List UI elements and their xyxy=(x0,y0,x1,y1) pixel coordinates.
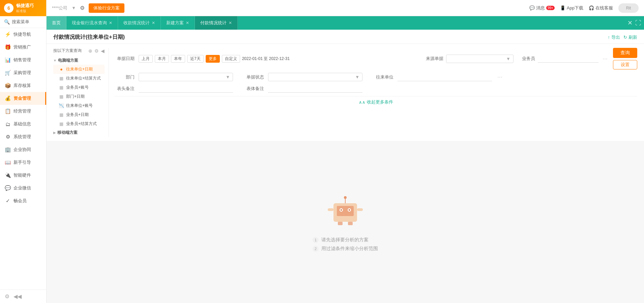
search-menu[interactable]: 🔍 搜索菜单 xyxy=(0,16,46,28)
new-scheme-tab-close-icon[interactable]: ✕ xyxy=(186,21,189,25)
online-service-btn[interactable]: 🎧 在线客服 xyxy=(589,5,613,11)
date-btn-custom[interactable]: 自定义 xyxy=(222,55,240,63)
scheme-item-unit-settle[interactable]: ▦ 往来单位+结算方式 xyxy=(53,74,105,83)
sales-icon: 📊 xyxy=(5,57,11,63)
member-icon: ✓ xyxy=(5,198,11,204)
doc-status-select[interactable]: ▼ xyxy=(268,73,362,81)
scheme-item-label: 业务员+结算方式 xyxy=(66,121,97,127)
scheme-item-dept-date[interactable]: ▦ 部门+日期 xyxy=(53,92,105,101)
app-download-btn[interactable]: 📱 App下载 xyxy=(560,5,583,11)
sidebar-item-member[interactable]: ✓ 畅会员 xyxy=(0,194,46,207)
msg-num-1: 1 xyxy=(313,237,319,243)
sidebar-item-fund[interactable]: 💰 资金管理 xyxy=(0,92,46,105)
sidebar-item-inventory[interactable]: 📦 库存核算 xyxy=(0,79,46,92)
payments-tab-close-icon[interactable]: ✕ xyxy=(229,21,232,25)
table-body-label: 表体备注 xyxy=(244,86,264,92)
collapse-sidebar-icon[interactable]: ◀◀ xyxy=(13,293,22,300)
filter-form: 单据日期 上月 本月 本年 近7天 更多 自定义 2022-01-01 至 20… xyxy=(114,48,637,137)
dropdown-arrow-icon[interactable]: ▼ xyxy=(71,5,76,10)
scheme-item-label: 业务员+账号 xyxy=(66,85,89,90)
collapse-label: 收起更多条件 xyxy=(367,99,393,105)
tabs-right: ✕ ⛶ xyxy=(627,19,644,27)
empty-messages: 1 请先选择要分析的方案 2 用过滤条件来缩小分析范围 xyxy=(313,237,378,254)
basic-icon: 🗂 xyxy=(5,121,11,127)
tab-new-scheme[interactable]: 新建方案 ✕ xyxy=(161,16,195,30)
unit-settle-icon: ▦ xyxy=(59,76,64,81)
sidebar-item-basic[interactable]: 🗂 基础信息 xyxy=(0,118,46,130)
notification-btn[interactable]: 💬 消息 99+ xyxy=(529,5,555,11)
staff-account-icon: ▦ xyxy=(59,85,64,90)
tab-bank[interactable]: 现金银行流水查询 ✕ xyxy=(66,16,118,30)
sidebar-item-system[interactable]: ⚙ 系统管理 xyxy=(0,130,46,143)
setting-btn[interactable]: 设置 xyxy=(613,60,637,69)
filter-row-dept: 部门 ▼ 单据状态 ▼ 往来单位 ··· xyxy=(114,73,637,81)
topbar-gear-icon[interactable]: ⚙ xyxy=(80,5,85,11)
tab-receipts[interactable]: 收款情况统计 ✕ xyxy=(118,16,161,30)
scheme-item-staff-account[interactable]: ▦ 业务员+账号 xyxy=(53,83,105,92)
scheme-item-staff-date[interactable]: ▦ 业务员+日期 xyxy=(53,110,105,119)
tab-home[interactable]: 首页 xyxy=(47,16,66,30)
table-header-input[interactable] xyxy=(139,85,233,93)
headset-icon: 🎧 xyxy=(589,5,594,10)
partner-input[interactable] xyxy=(398,73,492,81)
sidebar-item-weixin[interactable]: 💬 企业微信 xyxy=(0,182,46,194)
date-btn-this-year[interactable]: 本年 xyxy=(171,55,185,63)
partner-dots-icon[interactable]: ··· xyxy=(497,73,502,81)
source-select[interactable]: ▼ xyxy=(446,55,514,63)
sidebar-item-corp[interactable]: 🏢 企业协同 xyxy=(0,143,46,156)
dept-select[interactable]: ▼ xyxy=(139,73,233,81)
avatar[interactable]: Rit xyxy=(618,3,639,13)
filter-row-date: 单据日期 上月 本月 本年 近7天 更多 自定义 2022-01-01 至 20… xyxy=(114,48,637,69)
partner-label: 往来单位 xyxy=(373,74,393,80)
company-name: ****公司 xyxy=(52,5,67,11)
staff-dots-icon[interactable]: ··· xyxy=(603,55,608,62)
scheme-setting-icon[interactable]: ⚙ xyxy=(94,48,99,54)
unit-date-icon: ● xyxy=(59,67,64,72)
date-btn-last-month[interactable]: 上月 xyxy=(139,55,153,63)
tab-expand-icon[interactable]: ⛶ xyxy=(635,20,641,27)
date-btn-7days[interactable]: 近7天 xyxy=(187,55,204,63)
scheme-item-unit-date[interactable]: ● 往来单位+日期 xyxy=(53,65,105,74)
collapse-btn[interactable]: ∧∧ 收起更多条件 xyxy=(114,96,637,108)
sidebar-item-sales[interactable]: 📊 销售管理 xyxy=(0,54,46,66)
desktop-category-label: 电脑端方案 xyxy=(58,58,78,63)
doc-status-arrow-icon: ▼ xyxy=(355,74,359,80)
sidebar-item-label: 企业协同 xyxy=(13,147,31,153)
refresh-btn[interactable]: ↻ 刷新 xyxy=(623,34,637,40)
sidebar-item-label: 营销推广 xyxy=(13,44,31,50)
export-btn[interactable]: ↑ 导出 xyxy=(608,34,620,40)
sidebar-item-quick-nav[interactable]: ⚡ 快捷导航 xyxy=(0,28,46,41)
sidebar-item-operations[interactable]: 📋 经营管理 xyxy=(0,105,46,118)
mobile-category[interactable]: ▶ 移动端方案 xyxy=(53,128,105,137)
staff-settle-icon: ▦ xyxy=(59,121,64,126)
trial-btn[interactable]: 体验行业方案 xyxy=(89,3,124,13)
scheme-item-staff-settle[interactable]: ▦ 业务员+结算方式 xyxy=(53,119,105,128)
tab-payments[interactable]: 付款情况统计 ✕ xyxy=(195,16,238,30)
bank-tab-close-icon[interactable]: ✕ xyxy=(109,21,112,25)
sidebar-item-hardware[interactable]: 🔌 智能硬件 xyxy=(0,169,46,182)
scheme-collapse-icon[interactable]: ◀ xyxy=(101,48,105,54)
sidebar-item-label: 基础信息 xyxy=(13,121,31,127)
desktop-category[interactable]: ▼ 电脑端方案 xyxy=(53,56,105,65)
msg-text-1: 请先选择要分析的方案 xyxy=(321,237,369,243)
tab-close-all-icon[interactable]: ✕ xyxy=(627,19,633,27)
sidebar-item-label: 采购管理 xyxy=(13,70,31,76)
date-btn-this-month[interactable]: 本月 xyxy=(155,55,169,63)
staff-input[interactable] xyxy=(538,55,598,63)
sidebar-item-guide[interactable]: 📖 新手引导 xyxy=(0,156,46,169)
sidebar-item-purchase[interactable]: 🛒 采购管理 xyxy=(0,66,46,79)
page-content: 付款情况统计(往来单位+日期) ↑ 导出 ↻ 刷新 按以下方案查询 ⊕ xyxy=(47,30,644,303)
table-body-input[interactable] xyxy=(268,85,362,93)
add-scheme-icon[interactable]: ⊕ xyxy=(88,48,92,54)
fund-icon: 💰 xyxy=(5,95,11,101)
settings-footer-icon[interactable]: ⚙ xyxy=(5,293,9,300)
date-btn-more[interactable]: 更多 xyxy=(206,55,220,63)
scheme-item-label: 部门+日期 xyxy=(66,94,85,99)
corp-icon: 🏢 xyxy=(5,147,11,153)
receipts-tab-close-icon[interactable]: ✕ xyxy=(152,21,155,25)
query-btn[interactable]: 查询 xyxy=(613,48,637,58)
system-icon: ⚙ xyxy=(5,134,11,140)
scheme-item-unit-account[interactable]: 📉 往来单位+账号 xyxy=(53,101,105,110)
sidebar-item-marketing[interactable]: 🎁 营销推广 xyxy=(0,41,46,54)
filter-row-remarks: 表头备注 表体备注 xyxy=(114,85,637,93)
